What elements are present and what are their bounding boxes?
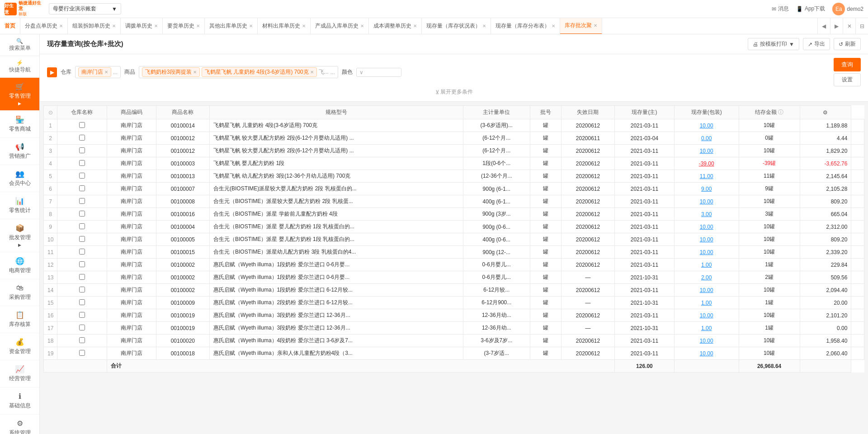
close-icon[interactable]: ✕ bbox=[196, 24, 200, 28]
store-selector[interactable]: 母婴行业演示账套 ▼ bbox=[49, 3, 121, 14]
query-button[interactable]: 查询 bbox=[834, 58, 861, 71]
cell-stock-main[interactable]: 2.00 bbox=[674, 271, 739, 284]
expand-more-filters[interactable]: ⊻ 展开更多条件 bbox=[47, 86, 861, 98]
tab-cailiaochu[interactable]: 材料出库单历史 ✕ bbox=[258, 18, 311, 34]
close-icon[interactable]: ✕ bbox=[594, 23, 597, 28]
header-checkbox[interactable]: ⊙ bbox=[44, 106, 57, 119]
cell-batch: 20200612 bbox=[561, 119, 614, 132]
row-checkbox[interactable] bbox=[79, 261, 85, 267]
sidebar-item-wholesale[interactable]: 📦 批发管理 ▶ bbox=[0, 219, 39, 252]
cell-stock-main[interactable]: 10.00 bbox=[674, 195, 739, 208]
tab-qitachu[interactable]: 其他出库单历史 ✕ bbox=[205, 18, 258, 34]
sidebar-item-finance[interactable]: 💰 资金管理 bbox=[0, 333, 39, 360]
tab-home[interactable]: 首页 bbox=[0, 18, 20, 34]
sidebar-item-member[interactable]: 👥 会员中心 bbox=[0, 165, 39, 192]
close-icon[interactable]: ✕ bbox=[154, 24, 158, 28]
tab-tiaopou[interactable]: 调拨单历史 ✕ bbox=[121, 18, 163, 34]
row-checkbox[interactable] bbox=[79, 312, 85, 318]
remove-product-tag-1[interactable]: ✕ bbox=[193, 70, 197, 75]
settings-button[interactable]: 设置 bbox=[834, 73, 861, 86]
tab-xianzai2[interactable]: 现存量（库存分布表） ✕ bbox=[491, 18, 560, 34]
sidebar-item-ecommerce[interactable]: 🌐 电商管理 bbox=[0, 252, 39, 279]
cell-stock-main[interactable]: 10.00 bbox=[674, 145, 739, 157]
sidebar-item-retail-mgmt[interactable]: 🛒 零售管理 ▶ bbox=[0, 78, 39, 111]
cell-stock-main[interactable]: 1.00 bbox=[674, 322, 739, 335]
export-button[interactable]: ↗ 导出 bbox=[803, 38, 830, 50]
cell-stock-main[interactable]: 10.00 bbox=[674, 284, 739, 297]
refresh-button[interactable]: ↺ 刷新 bbox=[834, 38, 861, 50]
app-download-btn[interactable]: 📱 App下载 bbox=[796, 5, 825, 13]
close-icon[interactable]: ✕ bbox=[59, 24, 63, 28]
product-filter-group[interactable]: 飞鹤奶粉3段两提装 ✕ 飞鹤星飞帆 儿童奶粉 4段(3-6岁适用) 700克 ✕… bbox=[139, 66, 338, 78]
row-checkbox[interactable] bbox=[79, 198, 85, 204]
tab-close-btn[interactable]: ✕ bbox=[843, 18, 855, 34]
sidebar-item-operations[interactable]: 📈 经营管理 bbox=[0, 360, 39, 387]
row-checkbox[interactable] bbox=[79, 185, 85, 191]
row-checkbox[interactable] bbox=[79, 287, 85, 292]
sidebar-item-inventory[interactable]: 📋 库存核算 bbox=[0, 306, 39, 333]
close-icon[interactable]: ✕ bbox=[360, 24, 364, 28]
cell-stock-main[interactable]: 10.00 bbox=[674, 119, 739, 132]
row-checkbox[interactable] bbox=[79, 223, 85, 229]
row-checkbox[interactable] bbox=[79, 325, 85, 330]
print-button[interactable]: 🖨 按模板打印 ▼ bbox=[748, 38, 799, 50]
tab-prev-btn[interactable]: ◀ bbox=[817, 18, 830, 34]
cell-stock-main[interactable]: 11.00 bbox=[674, 170, 739, 183]
color-filter-group[interactable]: ∨ bbox=[356, 68, 401, 77]
sidebar-quick-nav[interactable]: ⚡ 快捷导航 bbox=[0, 56, 39, 78]
row-checkbox[interactable] bbox=[79, 337, 85, 343]
filter-toggle-btn[interactable]: ▶ bbox=[47, 67, 57, 77]
sidebar-item-retail-shop[interactable]: 🏪 零售商城 bbox=[0, 111, 39, 138]
row-checkbox[interactable] bbox=[79, 160, 85, 166]
cell-stock-main[interactable]: 10.00 bbox=[674, 347, 739, 360]
row-checkbox[interactable] bbox=[79, 211, 85, 217]
remove-product-tag-2[interactable]: ✕ bbox=[310, 70, 314, 75]
sidebar-item-basic[interactable]: ℹ 基础信息 bbox=[0, 387, 39, 415]
sidebar-item-retail-stats[interactable]: 📊 零售统计 bbox=[0, 192, 39, 219]
row-checkbox[interactable] bbox=[79, 350, 85, 356]
cell-stock-main[interactable]: 10.00 bbox=[674, 309, 739, 322]
row-checkbox[interactable] bbox=[79, 299, 85, 305]
cell-stock-main[interactable]: 1.00 bbox=[674, 259, 739, 271]
close-icon[interactable]: ✕ bbox=[302, 24, 306, 28]
cell-stock-main[interactable]: 3.00 bbox=[674, 208, 739, 221]
cell-stock-main[interactable]: 10.00 bbox=[674, 246, 739, 259]
tab-next-btn[interactable]: ▶ bbox=[830, 18, 843, 34]
warehouse-filter-group[interactable]: 南岸门店 ✕ ... bbox=[75, 66, 121, 78]
tab-fenku[interactable]: 分盘点单历史 ✕ bbox=[20, 18, 68, 34]
sidebar-item-marketing[interactable]: 📢 营销推广 bbox=[0, 138, 39, 165]
close-icon[interactable]: ✕ bbox=[249, 24, 253, 28]
cell-stock-main[interactable]: 10.00 bbox=[674, 335, 739, 347]
row-checkbox[interactable] bbox=[79, 236, 85, 242]
close-icon[interactable]: ✕ bbox=[413, 24, 417, 28]
row-checkbox[interactable] bbox=[79, 274, 85, 280]
tab-xianzai1[interactable]: 现存量（库存状况表） ✕ bbox=[422, 18, 491, 34]
tab-chengpinru[interactable]: 产成品入库单历史 ✕ bbox=[311, 18, 369, 34]
tab-yaohuo[interactable]: 要货单历史 ✕ bbox=[163, 18, 205, 34]
row-checkbox[interactable] bbox=[79, 249, 85, 255]
tab-chengbendiao[interactable]: 成本调整单历史 ✕ bbox=[369, 18, 422, 34]
cell-stock-main[interactable]: 0.00 bbox=[674, 132, 739, 145]
row-checkbox[interactable] bbox=[79, 147, 85, 153]
row-checkbox[interactable] bbox=[79, 135, 85, 141]
close-icon[interactable]: ✕ bbox=[552, 24, 555, 28]
sidebar-search[interactable]: 🔍 搜索菜单 bbox=[0, 34, 39, 56]
header-settings[interactable]: ⚙ bbox=[800, 106, 851, 119]
remove-warehouse-tag[interactable]: ✕ bbox=[104, 70, 108, 75]
user-menu[interactable]: Ea demo2 bbox=[832, 3, 863, 15]
tab-kucunpici[interactable]: 库存批次聚 ✕ bbox=[560, 18, 602, 34]
row-checkbox[interactable] bbox=[79, 173, 85, 179]
close-icon[interactable]: ✕ bbox=[112, 24, 116, 28]
sidebar-item-system[interactable]: ⚙ 系统管理 bbox=[0, 415, 39, 434]
cell-stock-main[interactable]: 10.00 bbox=[674, 233, 739, 246]
cell-stock-main[interactable]: 1.00 bbox=[674, 297, 739, 309]
cell-stock-main[interactable]: 10.00 bbox=[674, 221, 739, 233]
sidebar-item-purchase[interactable]: 🛍 采购管理 bbox=[0, 279, 39, 306]
close-icon[interactable]: ✕ bbox=[482, 24, 486, 28]
messages-btn[interactable]: ✉ 消息 bbox=[772, 5, 789, 13]
tab-menu-btn[interactable]: ⊟ bbox=[855, 18, 868, 34]
cell-stock-main[interactable]: 9.00 bbox=[674, 183, 739, 195]
tab-zuchai[interactable]: 组装拆卸单历史 ✕ bbox=[68, 18, 121, 34]
cell-stock-main[interactable]: -39.00 bbox=[674, 157, 739, 170]
row-checkbox[interactable] bbox=[79, 122, 85, 128]
